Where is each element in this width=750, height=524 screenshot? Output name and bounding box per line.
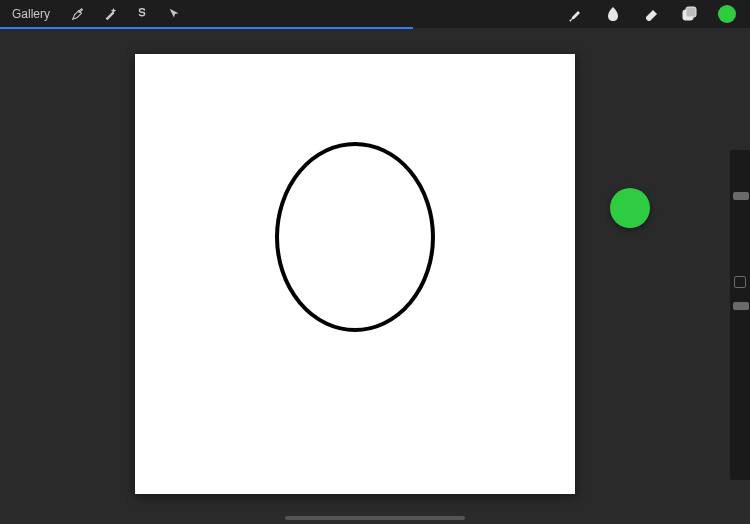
gallery-button[interactable]: Gallery	[8, 7, 54, 21]
smudge-icon[interactable]	[604, 5, 622, 23]
drawn-ellipse	[277, 144, 433, 330]
home-indicator	[285, 516, 465, 520]
color-drop-swatch[interactable]	[610, 188, 650, 228]
modify-button[interactable]	[734, 276, 746, 288]
svg-rect-1	[686, 7, 696, 17]
opacity-slider[interactable]	[731, 294, 749, 414]
adjustments-wand-icon[interactable]	[102, 6, 118, 22]
workspace	[0, 28, 750, 524]
brush-size-thumb[interactable]	[733, 192, 749, 200]
layers-icon[interactable]	[680, 5, 698, 23]
canvas[interactable]	[135, 54, 575, 494]
canvas-drawing	[135, 54, 575, 494]
brush-icon[interactable]	[566, 5, 584, 23]
active-color-button[interactable]	[718, 5, 736, 23]
eraser-icon[interactable]	[642, 5, 660, 23]
transform-arrow-icon[interactable]	[166, 6, 182, 22]
topbar: Gallery	[0, 0, 750, 28]
topbar-right-group	[566, 5, 742, 23]
actions-wrench-icon[interactable]	[70, 6, 86, 22]
selection-s-icon[interactable]	[134, 6, 150, 22]
brush-size-slider[interactable]	[731, 150, 749, 270]
right-sidebar	[730, 150, 750, 480]
topbar-left-group: Gallery	[8, 6, 182, 22]
opacity-thumb[interactable]	[733, 302, 749, 310]
